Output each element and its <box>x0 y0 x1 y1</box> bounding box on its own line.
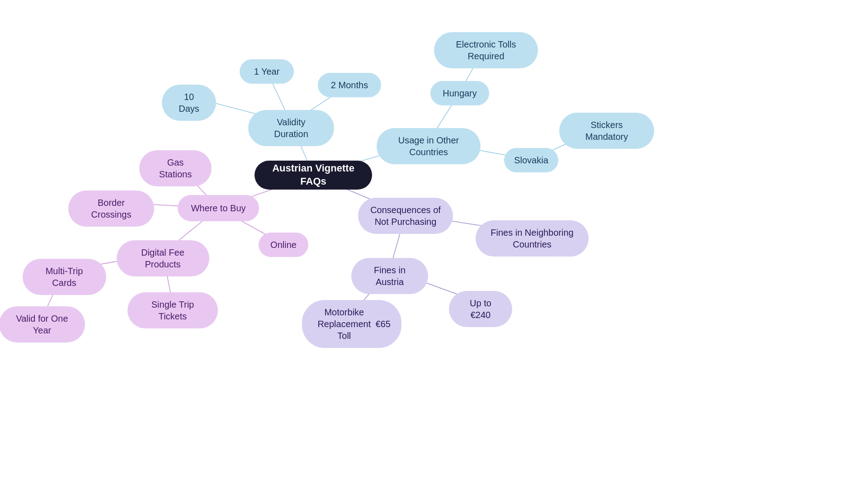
online-node: Online <box>259 233 308 257</box>
stickers_mandatory-node: Stickers Mandatory <box>559 113 654 149</box>
center-node: Austrian Vignette FAQs <box>255 161 372 190</box>
single_trip_tickets-node: Single Trip Tickets <box>127 292 218 328</box>
validity_duration-node: Validity Duration <box>248 110 334 146</box>
digital_fee_products-node: Digital Fee Products <box>117 240 209 276</box>
up_to_240-node: Up to €240 <box>449 291 512 327</box>
usage_other_countries-node: Usage in Other Countries <box>377 128 481 164</box>
fines_neighboring-node: Fines in Neighboring Countries <box>476 220 589 257</box>
ten_days-node: 10 Days <box>162 85 216 121</box>
border_crossings-node: Border Crossings <box>68 190 154 227</box>
motorbike_toll-node: Motorbike Replacement Toll€65 <box>302 300 401 348</box>
hungary-node: Hungary <box>430 81 489 105</box>
fines_austria-node: Fines in Austria <box>351 258 428 294</box>
where_to_buy-node: Where to Buy <box>178 195 259 221</box>
multi_trip_cards-node: Multi-Trip Cards <box>23 259 106 295</box>
gas_stations-node: Gas Stations <box>139 150 212 186</box>
two_months-node: 2 Months <box>318 73 381 97</box>
electronic_tolls-node: Electronic Tolls Required <box>434 32 538 68</box>
consequences-node: Consequences of Not Purchasing <box>358 198 453 234</box>
valid_one_year-node: Valid for One Year <box>0 306 85 343</box>
slovakia-node: Slovakia <box>504 148 558 172</box>
one_year-node: 1 Year <box>240 59 294 84</box>
